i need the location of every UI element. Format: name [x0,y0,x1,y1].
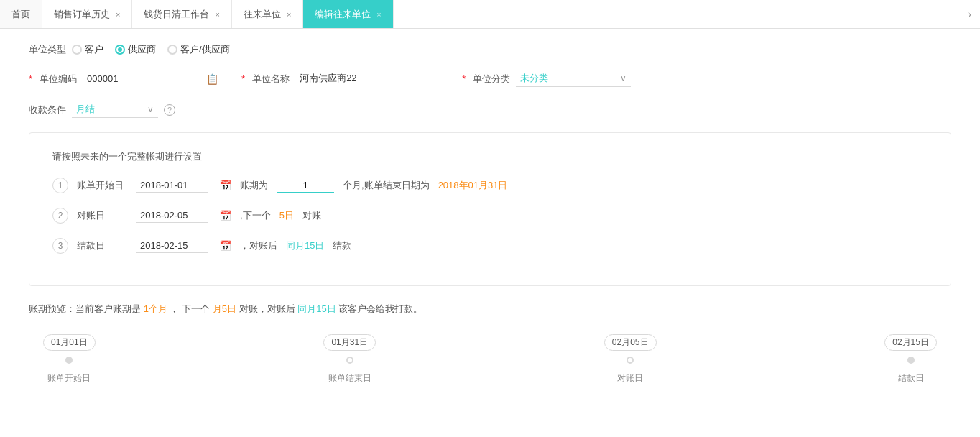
timeline-badge-0: 01月01日 [43,334,96,351]
radio-supplier-circle [115,45,125,55]
timeline-dot-3 [907,356,915,364]
timeline-badge-1: 01月31日 [323,334,376,351]
payment-terms-field: 收款条件 月结 ∨ ? [29,101,175,118]
preview-middle: 对账，对账后 [239,303,295,314]
radio-both[interactable]: 客户/供应商 [167,43,230,56]
timeline-container: 01月01日 账单开始日 01月31日 账单结束日 02月05日 对账日 02月… [29,334,951,385]
unit-type-row: 单位类型 客户 供应商 客户/供应商 [29,43,951,56]
payment-terms-row: 收款条件 月结 ∨ ? [29,101,951,118]
unit-code-label: 单位编码 [40,73,77,86]
step-2-cal-icon[interactable]: 📅 [219,210,231,221]
unit-code-star: * [29,73,32,84]
timeline-sublabel-3: 结款日 [898,372,924,385]
preview-next-label: 下一个 [182,303,210,314]
unit-class-value: 未分类 [520,72,614,85]
step-1-row: 1 账单开始日 2018-01-01 📅 账期为 个月,账单结束日期为 2018… [52,178,928,193]
step-3-num: 3 [52,238,68,254]
tab-bar: 首页 销售订单历史 × 钱货日清工作台 × 往来单位 × 编辑往来单位 × › [0,0,980,29]
tab-home-label: 首页 [11,8,30,21]
timeline-points: 01月01日 账单开始日 01月31日 账单结束日 02月05日 对账日 02月… [43,334,937,385]
step-2-num: 2 [52,208,68,224]
payment-terms-arrow: ∨ [147,104,154,114]
step-3-highlight-teal: 同月15日 [286,239,324,252]
radio-both-label: 客户/供应商 [180,43,230,56]
step-2-label: 对账日 [77,209,127,222]
radio-supplier-label: 供应商 [128,43,156,56]
step-1-num: 1 [52,178,68,193]
step-2-suffix: 对账 [302,209,321,222]
step-1-suffix: 个月,账单结束日期为 [343,179,430,192]
preview-next-highlight: 月5日 [213,303,236,314]
help-icon[interactable]: ? [164,104,175,116]
timeline-badge-2: 02月05日 [604,334,657,351]
tab-partner-unit-close[interactable]: × [287,10,291,19]
section-description: 请按照未来的一个完整帐期进行设置 [52,150,928,163]
step-3-row: 3 结款日 2018-02-15 📅 ，对账后 同月15日 结款 [52,238,928,254]
unit-code-field: * 单位编码 📋 [29,72,218,86]
unit-class-select[interactable]: 未分类 ∨ [516,70,631,87]
step-1-label: 账单开始日 [77,179,127,192]
unit-code-input[interactable] [83,72,198,86]
step-2-date: 2018-02-05 [136,208,208,223]
tab-cash-work-label: 钱货日清工作台 [144,8,209,21]
radio-both-circle [167,45,177,55]
preview-comma: ， [170,303,179,314]
step-1-suffix-pre: 账期为 [240,179,268,192]
step-3-date: 2018-02-15 [136,239,208,253]
timeline-sublabel-0: 账单开始日 [47,372,91,385]
unit-name-label: 单位名称 [252,73,290,86]
step-2-highlight-orange: 5日 [279,209,294,222]
unit-name-field: * 单位名称 [241,72,439,86]
unit-class-field: * 单位分类 未分类 ∨ [462,70,631,87]
unit-info-row: * 单位编码 📋 * 单位名称 * 单位分类 未分类 ∨ [29,70,951,87]
unit-class-star: * [462,73,466,84]
unit-name-input[interactable] [295,72,439,86]
tab-edit-partner[interactable]: 编辑往来单位 × [303,0,393,28]
timeline-point-1: 01月31日 账单结束日 [323,334,376,385]
tab-sales-history[interactable]: 销售订单历史 × [42,0,132,28]
unit-type-field: 单位类型 客户 供应商 客户/供应商 [29,43,230,56]
tab-edit-partner-close[interactable]: × [376,10,381,19]
preview-pay-highlight: 同月15日 [297,303,336,314]
radio-customer-label: 客户 [85,43,103,56]
preview-prefix: 账期预览：当前客户账期是 [29,303,141,314]
unit-type-label: 单位类型 [29,43,66,56]
step-1-period-input[interactable] [277,178,334,193]
tab-partner-unit[interactable]: 往来单位 × [232,0,303,28]
step-1-cal-icon[interactable]: 📅 [219,180,231,191]
timeline-badge-3: 02月15日 [884,334,937,351]
step-3-suffix-pre: ，对账后 [240,239,277,252]
main-content: 单位类型 客户 供应商 客户/供应商 * 单位编码 [0,29,980,437]
tab-home[interactable]: 首页 [0,0,42,28]
step-1-highlight-orange: 2018年01月31日 [438,179,508,192]
timeline-point-2: 02月05日 对账日 [604,334,657,385]
preview-suffix: 该客户会给我打款。 [338,303,422,314]
unit-class-arrow: ∨ [620,73,627,83]
payment-terms-select[interactable]: 月结 ∨ [72,101,158,118]
account-preview: 账期预览：当前客户账期是 1个月 ， 下一个 月5日 对账，对账后 同月15日 … [29,300,951,317]
preview-period: 1个月 [144,303,167,314]
tab-sales-history-label: 销售订单历史 [54,8,110,21]
step-3-label: 结款日 [77,239,127,252]
step-3-cal-icon[interactable]: 📅 [219,240,231,252]
timeline-sublabel-1: 账单结束日 [328,372,371,385]
payment-terms-value: 月结 [76,103,142,116]
timeline-point-3: 02月15日 结款日 [884,334,937,385]
tab-nav-arrow[interactable]: › [959,8,980,21]
tab-cash-work-close[interactable]: × [215,10,219,19]
unit-type-radio-group: 客户 供应商 客户/供应商 [72,43,230,56]
radio-customer[interactable]: 客户 [72,43,103,56]
timeline-point-0: 01月01日 账单开始日 [43,334,96,385]
payment-terms-label: 收款条件 [29,104,66,116]
radio-customer-circle [72,45,82,55]
step-2-row: 2 对账日 2018-02-05 📅 ,下一个 5日 对账 [52,208,928,224]
timeline-sublabel-2: 对账日 [617,372,643,385]
tab-edit-partner-label: 编辑往来单位 [315,8,371,21]
radio-supplier[interactable]: 供应商 [115,43,156,56]
tab-cash-work[interactable]: 钱货日清工作台 × [132,0,231,28]
step-2-suffix-pre: ,下一个 [240,209,271,222]
timeline-dot-0 [65,356,73,364]
tab-sales-history-close[interactable]: × [116,10,120,19]
unit-code-icon[interactable]: 📋 [206,73,218,85]
timeline-dot-2 [627,356,634,364]
